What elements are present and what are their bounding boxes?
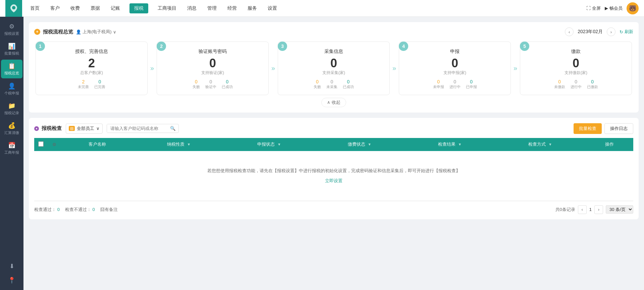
stat-1-1[interactable]: 0 已完善: [94, 79, 105, 89]
step-count-3: 0: [330, 57, 337, 70]
search-input[interactable]: [107, 124, 167, 133]
chevron-up-icon: ∧: [327, 100, 330, 105]
search-button[interactable]: 🔍: [167, 124, 178, 133]
next-page-btn[interactable]: ›: [594, 205, 603, 214]
nav-invoice[interactable]: 票据: [89, 5, 101, 11]
nav-operation[interactable]: 经营: [226, 5, 238, 11]
month-display: 2023年02月: [578, 29, 603, 35]
sidebar-item-personal-tax[interactable]: 👤 个税申报: [1, 80, 22, 98]
nav-fee[interactable]: 收费: [69, 5, 81, 11]
stat-4-0[interactable]: 0 未申报: [433, 79, 444, 89]
operation-log-btn[interactable]: 操作日志: [604, 123, 633, 134]
sidebar-item-location[interactable]: 📍: [1, 274, 22, 287]
sidebar-item-batch-tax[interactable]: 📊 批量报税: [1, 40, 22, 58]
filter-icon-1[interactable]: ▼: [187, 142, 191, 146]
stat-3-2[interactable]: 0 已成功: [343, 79, 354, 89]
fullscreen-btn[interactable]: ⛶ 全屏: [586, 5, 601, 11]
nav-manage[interactable]: 管理: [206, 5, 218, 11]
arrow-icon-3: »: [392, 64, 396, 72]
stat-4-2[interactable]: 0 已申报: [466, 79, 477, 89]
stat-value-1-0: 2: [78, 79, 89, 84]
stat-2-1[interactable]: 0 验证中: [205, 79, 216, 89]
stat-label-2-2: 已成功: [222, 84, 233, 89]
arrow-icon-1: »: [150, 64, 154, 72]
step-title-3: 采集信息: [324, 49, 343, 55]
th-settings: ⚙: [48, 138, 61, 151]
refresh-btn[interactable]: ↻ 刷新: [620, 29, 633, 35]
filter-icon-4[interactable]: ▼: [458, 142, 462, 146]
employee-chevron-icon: ∨: [96, 126, 100, 131]
nav-business[interactable]: 工商项目: [156, 5, 178, 11]
table-header-row: ⚙ 客户名称 纳税性质 ▼ 申报状态 ▼: [34, 138, 633, 151]
location-icon: 📍: [8, 277, 15, 284]
logo[interactable]: [5, 0, 22, 17]
empty-state-cell: 若您想使用报税检查功能，请先在【报税设置】中进行报税的初始化设置，完成密码验证和…: [34, 151, 633, 201]
fail-count-link[interactable]: 0: [92, 207, 95, 212]
nav-service[interactable]: 服务: [246, 5, 258, 11]
stat-2-2[interactable]: 0 已成功: [222, 79, 233, 89]
employee-select[interactable]: ▤ 全部员工 ∨: [66, 124, 103, 134]
mascot-avatar[interactable]: 🐻: [627, 2, 639, 14]
nav-accounting[interactable]: 记账: [109, 5, 121, 11]
per-page-select[interactable]: 30 条/页: [606, 205, 633, 214]
settlement-icon: 💰: [8, 122, 15, 129]
sidebar-label-tax-overview: 报税总览: [4, 71, 19, 75]
sidebar-item-settlement[interactable]: 💰 汇算清缴: [1, 119, 22, 138]
sidebar-item-annual-report[interactable]: 📅 工商年报: [1, 139, 22, 157]
empty-message: 若您想使用报税检查功能，请先在【报税设置】中进行报税的初始化设置，完成密码验证和…: [45, 168, 623, 174]
tax-records-icon: 📁: [8, 102, 15, 110]
pass-count-link[interactable]: 0: [57, 207, 60, 212]
tax-settings-icon: ⚙: [9, 23, 14, 30]
stat-3-0[interactable]: 0 失败: [314, 79, 321, 89]
th-check-result: 检查结果 ▼: [405, 138, 495, 151]
stat-label-3-1: 未采集: [326, 84, 337, 89]
check-table: ⚙ 客户名称 纳税性质 ▼ 申报状态 ▼: [34, 138, 633, 201]
sidebar-item-download[interactable]: ⬇: [1, 260, 22, 273]
table-settings-icon[interactable]: ⚙: [52, 142, 56, 147]
stat-value-2-0: 0: [193, 79, 200, 84]
stat-value-3-0: 0: [314, 79, 321, 84]
arrow-icon-4: »: [514, 64, 517, 72]
check-card: ● 报税检查 ▤ 全部员工 ∨ 🔍 批量检查 操作日志: [29, 118, 639, 219]
pagination: 共0条记录 ‹ 1 › 30 条/页: [555, 205, 633, 214]
next-month-btn[interactable]: ›: [607, 27, 615, 36]
check-title: ● 报税检查: [34, 125, 62, 132]
select-all-checkbox[interactable]: [38, 141, 44, 147]
stat-4-1[interactable]: 0 进行中: [449, 79, 461, 89]
chevron-down-icon: ∨: [113, 29, 116, 34]
step-card-5: 5 缴款 0 支持缴款(家) 0 未缴款 0 进行中: [520, 42, 632, 95]
table-wrapper: ⚙ 客户名称 纳税性质 ▼ 申报状态 ▼: [34, 138, 633, 201]
nav-home[interactable]: 首页: [29, 5, 41, 11]
prev-page-btn[interactable]: ‹: [578, 205, 587, 214]
stat-5-2[interactable]: 0 已缴款: [587, 79, 598, 89]
batch-check-btn[interactable]: 批量检查: [574, 123, 602, 134]
nav-message[interactable]: 消息: [186, 5, 198, 11]
stat-5-1[interactable]: 0 进行中: [571, 79, 582, 89]
nav-tax[interactable]: 报税: [129, 3, 148, 13]
stat-3-1[interactable]: 0 未采集: [326, 79, 337, 89]
sidebar-item-tax-records[interactable]: 📁 报税记录: [1, 99, 22, 118]
membership-btn[interactable]: ▶ 畅会员: [605, 5, 623, 11]
arrow-3: »: [391, 64, 397, 72]
stat-2-0[interactable]: 0 失败: [193, 79, 200, 89]
setup-link[interactable]: 立即设置: [325, 178, 342, 183]
nav-settings[interactable]: 设置: [266, 5, 278, 11]
stat-1-0[interactable]: 2 未完善: [78, 79, 89, 89]
overview-title: 报税流程总览: [43, 29, 73, 35]
sidebar-item-tax-overview[interactable]: 📋 报税总览: [1, 60, 22, 78]
play-icon: ▶: [605, 6, 608, 11]
sidebar-item-tax-settings[interactable]: ⚙ 报税设置: [1, 20, 22, 39]
th-check-method: 检查方式 ▼: [495, 138, 585, 151]
collapse-btn[interactable]: ∧ 收起: [321, 98, 346, 107]
nav-customer[interactable]: 客户: [49, 5, 61, 11]
stat-value-5-2: 0: [587, 79, 598, 84]
prev-month-btn[interactable]: ‹: [565, 27, 574, 36]
filter-icon-5[interactable]: ▼: [548, 142, 552, 146]
filter-icon-3[interactable]: ▼: [368, 142, 371, 146]
check-header: ● 报税检查 ▤ 全部员工 ∨ 🔍 批量检查 操作日志: [34, 123, 633, 134]
stat-5-0[interactable]: 0 未缴款: [554, 79, 565, 89]
stat-value-1-1: 0: [94, 79, 105, 84]
filter-icon-2[interactable]: ▼: [277, 142, 281, 146]
location-badge[interactable]: 👤 上海(电子税局) ∨: [76, 29, 116, 35]
stat-label-2-0: 失败: [193, 84, 200, 89]
